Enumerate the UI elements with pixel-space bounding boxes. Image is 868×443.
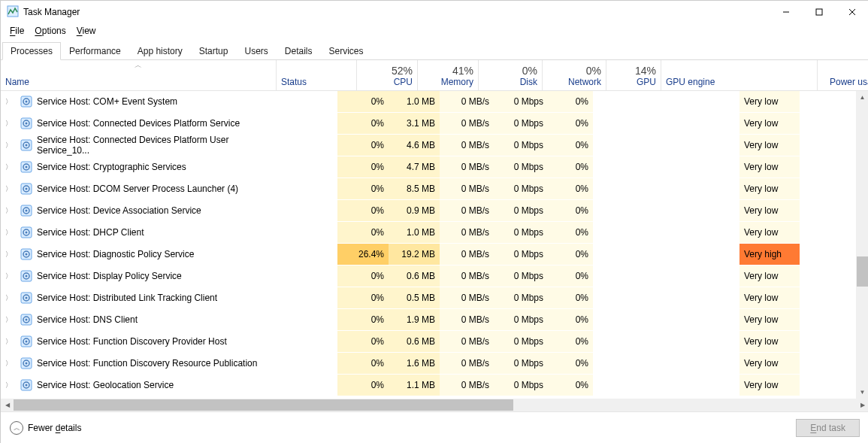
expand-chevron-icon[interactable]: 〉 bbox=[1, 315, 16, 325]
col-gpu[interactable]: 14%GPU bbox=[606, 60, 661, 90]
cell-disk: 0 MB/s bbox=[440, 265, 494, 287]
end-task-button[interactable]: End task bbox=[796, 419, 860, 437]
close-button[interactable] bbox=[836, 1, 868, 23]
tab-app-history[interactable]: App history bbox=[129, 42, 191, 60]
cell-network: 0 Mbps bbox=[494, 265, 548, 287]
cell-name: Service Host: Connected Devices Platform… bbox=[16, 135, 267, 156]
col-gpu-engine[interactable]: GPU engine bbox=[661, 60, 818, 90]
service-icon bbox=[20, 226, 32, 238]
table-row[interactable]: 〉Service Host: Device Association Servic… bbox=[1, 200, 868, 222]
col-network[interactable]: 0%Network bbox=[543, 60, 606, 90]
table-row[interactable]: 〉Service Host: Display Policy Service0%0… bbox=[1, 265, 868, 287]
cell-disk: 0 MB/s bbox=[440, 375, 494, 396]
cell-memory: 0.5 MB bbox=[389, 287, 440, 308]
expand-chevron-icon[interactable]: 〉 bbox=[1, 206, 16, 216]
svg-point-34 bbox=[26, 297, 28, 299]
expand-chevron-icon[interactable]: 〉 bbox=[1, 228, 16, 238]
fewer-details-label: Fewer details bbox=[28, 423, 81, 433]
fewer-details-button[interactable]: ︿ Fewer details bbox=[10, 421, 81, 435]
process-name: Service Host: DNS Client bbox=[37, 314, 138, 325]
expand-chevron-icon[interactable]: 〉 bbox=[1, 250, 16, 259]
svg-rect-2 bbox=[816, 9, 822, 15]
service-icon bbox=[20, 205, 32, 217]
tab-startup[interactable]: Startup bbox=[191, 42, 237, 60]
tab-processes[interactable]: Processes bbox=[2, 42, 61, 60]
expand-chevron-icon[interactable]: 〉 bbox=[1, 184, 16, 194]
hscroll-thumb[interactable] bbox=[14, 399, 513, 411]
maximize-button[interactable] bbox=[803, 1, 836, 23]
svg-point-37 bbox=[26, 319, 28, 321]
cell-memory: 4.7 MB bbox=[389, 156, 440, 178]
table-row[interactable]: 〉Service Host: Geolocation Service0%1.1 … bbox=[1, 375, 868, 396]
titlebar[interactable]: Task Manager bbox=[1, 1, 868, 23]
cell-status bbox=[267, 353, 337, 374]
expand-chevron-icon[interactable]: 〉 bbox=[1, 162, 16, 172]
col-power-usage[interactable]: Power usage bbox=[818, 60, 868, 90]
horizontal-scrollbar[interactable]: ◀ ▶ bbox=[1, 399, 868, 411]
cell-status bbox=[267, 287, 337, 308]
svg-point-13 bbox=[26, 144, 28, 147]
tab-services[interactable]: Services bbox=[321, 42, 372, 60]
cell-network: 0 Mbps bbox=[494, 375, 548, 396]
expand-chevron-icon[interactable]: 〉 bbox=[1, 272, 16, 281]
menubar: File Options View bbox=[1, 23, 868, 40]
vertical-scrollbar[interactable]: ▲ ▼ bbox=[856, 91, 868, 399]
cell-name: Service Host: Cryptographic Services bbox=[16, 156, 267, 178]
cell-gpu: 0% bbox=[548, 200, 593, 221]
expand-chevron-icon[interactable]: 〉 bbox=[1, 141, 16, 150]
cell-cpu: 0% bbox=[337, 375, 389, 396]
cell-gpu: 0% bbox=[548, 113, 593, 134]
cell-network: 0 Mbps bbox=[494, 353, 548, 374]
cell-gpu-engine bbox=[593, 244, 739, 265]
col-status[interactable]: Status bbox=[277, 60, 357, 90]
table-row[interactable]: 〉Service Host: DHCP Client0%1.0 MB0 MB/s… bbox=[1, 222, 868, 244]
table-row[interactable]: 〉Service Host: COM+ Event System0%1.0 MB… bbox=[1, 91, 868, 113]
table-row[interactable]: 〉Service Host: DNS Client0%1.9 MB0 MB/s0… bbox=[1, 309, 868, 331]
tab-users[interactable]: Users bbox=[236, 42, 276, 60]
cell-name: Service Host: Device Association Service bbox=[16, 200, 267, 221]
scroll-up-icon[interactable]: ▲ bbox=[856, 91, 868, 104]
col-memory[interactable]: 41%Memory bbox=[418, 60, 479, 90]
scroll-thumb[interactable] bbox=[857, 256, 868, 287]
expand-chevron-icon[interactable]: 〉 bbox=[1, 359, 16, 369]
scroll-down-icon[interactable]: ▼ bbox=[856, 386, 868, 399]
cell-status bbox=[267, 375, 337, 396]
table-row[interactable]: 〉Service Host: Diagnostic Policy Service… bbox=[1, 244, 868, 265]
process-name: Service Host: Function Discovery Resourc… bbox=[37, 358, 257, 369]
cell-cpu: 0% bbox=[337, 309, 389, 330]
tab-details[interactable]: Details bbox=[277, 42, 321, 60]
table-row[interactable]: 〉Service Host: Function Discovery Resour… bbox=[1, 353, 868, 375]
cell-name: Service Host: Geolocation Service bbox=[16, 375, 267, 396]
menu-file[interactable]: File bbox=[5, 23, 29, 39]
service-icon bbox=[20, 139, 32, 151]
service-icon bbox=[20, 248, 32, 260]
expand-chevron-icon[interactable]: 〉 bbox=[1, 119, 16, 129]
cell-cpu: 0% bbox=[337, 156, 389, 178]
minimize-button[interactable] bbox=[770, 1, 803, 23]
col-cpu[interactable]: 52%CPU bbox=[357, 60, 418, 90]
table-row[interactable]: 〉Service Host: Distributed Link Tracking… bbox=[1, 287, 868, 309]
table-row[interactable]: 〉Service Host: Function Discovery Provid… bbox=[1, 331, 868, 353]
tab-performance[interactable]: Performance bbox=[61, 42, 129, 60]
expand-chevron-icon[interactable]: 〉 bbox=[1, 381, 16, 390]
col-disk[interactable]: 0%Disk bbox=[479, 60, 543, 90]
table-row[interactable]: 〉Service Host: Connected Devices Platfor… bbox=[1, 113, 868, 135]
scroll-left-icon[interactable]: ◀ bbox=[1, 399, 14, 411]
expand-chevron-icon[interactable]: 〉 bbox=[1, 293, 16, 303]
menu-view[interactable]: View bbox=[72, 23, 101, 39]
cell-status bbox=[267, 200, 337, 221]
expand-chevron-icon[interactable]: 〉 bbox=[1, 337, 16, 347]
cell-network: 0 Mbps bbox=[494, 156, 548, 178]
cell-status bbox=[267, 244, 337, 265]
menu-options[interactable]: Options bbox=[30, 23, 70, 39]
table-row[interactable]: 〉Service Host: Cryptographic Services0%4… bbox=[1, 156, 868, 178]
expand-chevron-icon[interactable]: 〉 bbox=[1, 97, 16, 107]
cell-gpu: 0% bbox=[548, 375, 593, 396]
table-row[interactable]: 〉Service Host: DCOM Server Process Launc… bbox=[1, 178, 868, 200]
svg-point-46 bbox=[26, 384, 28, 387]
cell-status bbox=[267, 156, 337, 178]
cell-gpu-engine bbox=[593, 113, 739, 134]
cell-status bbox=[267, 178, 337, 199]
scroll-right-icon[interactable]: ▶ bbox=[856, 399, 868, 411]
table-row[interactable]: 〉Service Host: Connected Devices Platfor… bbox=[1, 135, 868, 156]
